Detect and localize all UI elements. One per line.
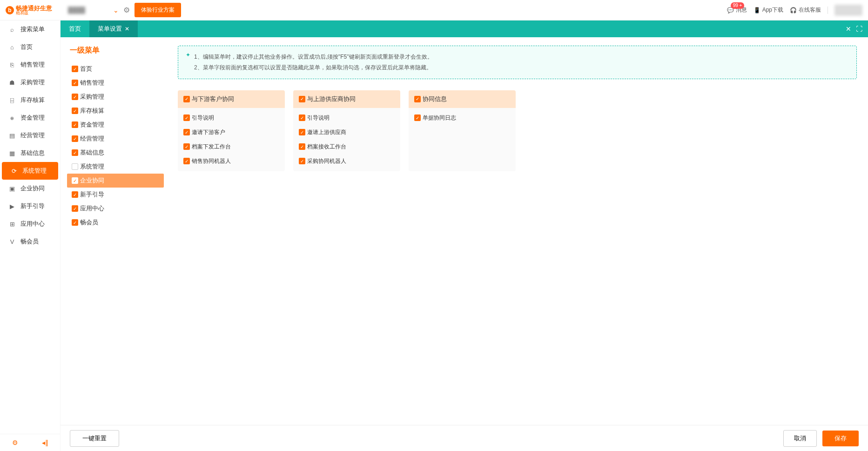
checkbox[interactable]: ✓ [299,114,305,121]
checkbox[interactable]: ✓ [72,121,78,128]
level1-item[interactable]: ✓资金管理 [70,118,167,132]
sidebar-item-coop[interactable]: ▣企业协同 [0,180,60,197]
menu-group-item[interactable]: ✓档案接收工作台 [293,140,400,154]
menu-group-item[interactable]: ✓引导说明 [178,111,285,125]
purchase-icon: ☗ [8,79,16,86]
menu-group-item[interactable]: ✓销售协同机器人 [178,154,285,168]
level1-item[interactable]: ✓库存核算 [70,104,167,118]
level1-item-label: 采购管理 [80,93,104,101]
sale-icon: ⎘ [8,61,16,68]
sidebar-item-biz[interactable]: ▤经营管理 [0,127,60,144]
sidebar-item-label: 搜索菜单 [20,25,45,34]
cancel-button[interactable]: 取消 [783,430,817,447]
checkbox[interactable]: ✓ [183,143,190,150]
sidebar-item-guide[interactable]: ▶新手引导 [0,197,60,215]
app-download-link[interactable]: 📱 App下载 [754,6,783,14]
checkbox[interactable]: ✓ [72,80,78,86]
tab-1[interactable]: 菜单设置✕ [89,20,138,37]
tab-0[interactable]: 首页 [61,20,89,37]
tabbar-close-icon[interactable]: ✕ [846,25,851,33]
sidebar-item-fund[interactable]: ⎈资金管理 [0,109,60,127]
sidebar-item-label: 畅会员 [20,237,39,246]
level1-item-label: 销售管理 [80,79,104,87]
sidebar-item-info[interactable]: ▦基础信息 [0,144,60,162]
sidebar-item-label: 库存核算 [20,96,45,104]
tabbar-fullscreen-icon[interactable]: ⛶ [856,25,862,33]
tab-close-icon[interactable]: ✕ [125,26,129,32]
menu-group-item[interactable]: ✓邀请下游客户 [178,125,285,140]
sidebar-item-search[interactable]: ⌕搜索菜单 [0,20,60,38]
menu-group-item[interactable]: ✓单据协同日志 [409,111,516,125]
level1-item[interactable]: ✓企业协同 [67,174,164,188]
tenant-selector[interactable]: ████ [68,7,85,13]
tab-label: 菜单设置 [98,25,122,33]
checkbox[interactable]: ✓ [183,114,190,121]
menu-group: ✓与下游客户协同✓引导说明✓邀请下游客户✓档案下发工作台✓销售协同机器人 [178,90,285,171]
checkbox[interactable]: ✓ [414,114,421,121]
info-box: ✦ 1、编辑菜单时，建议停止其他业务操作。设置成功后,须按"F5"键刷新页面或重… [178,46,857,79]
checkbox[interactable]: ✓ [183,129,190,135]
industry-plan-button[interactable]: 体验行业方案 [135,3,181,17]
sidebar-settings-icon[interactable]: ⚙ [12,439,18,446]
sidebar-item-label: 企业协同 [20,184,45,193]
search-icon: ⌕ [8,26,16,33]
logo[interactable]: b 畅捷通好生意 精易版 [6,5,61,15]
menu-group-header[interactable]: ✓与上游供应商协同 [293,90,400,108]
checkbox[interactable]: ✓ [414,96,421,102]
checkbox[interactable]: ✓ [72,149,78,156]
tenant-chevron-icon[interactable]: ⌄ [113,7,119,14]
sidebar-item-label: 资金管理 [20,114,45,122]
menu-group-item[interactable]: ✓采购协同机器人 [293,154,400,168]
checkbox[interactable]: ✓ [72,66,78,72]
sidebar-collapse-icon[interactable]: ◂‖ [42,439,48,446]
level1-item[interactable]: ✓销售管理 [70,76,167,90]
checkbox[interactable]: ✓ [72,177,78,184]
checkbox[interactable]: ✓ [183,96,190,102]
sidebar-item-sale[interactable]: ⎘销售管理 [0,56,60,74]
sidebar-item-purchase[interactable]: ☗采购管理 [0,74,60,91]
level1-item[interactable]: ✓采购管理 [70,90,167,104]
footer-bar: 一键重置 取消 保存 [61,425,868,451]
tabbar: 首页菜单设置✕ ✕ ⛶ [61,20,868,37]
save-button[interactable]: 保存 [822,431,859,446]
level1-item[interactable]: ✓经营管理 [70,132,167,146]
menu-group-header[interactable]: ✓与下游客户协同 [178,90,285,108]
sidebar-item-stock[interactable]: ⌸库存核算 [0,91,60,109]
settings-gear-icon[interactable]: ⚙ [123,6,130,14]
messages-link[interactable]: 💬 99 + 消息 [727,6,747,14]
checkbox[interactable]: ✓ [299,96,305,102]
level1-item[interactable]: ✓首页 [70,62,167,76]
online-service-link[interactable]: 🎧 在线客服 [790,6,821,14]
level1-item[interactable]: ✓畅会员 [70,215,167,229]
menu-group-item[interactable]: ✓邀请上游供应商 [293,125,400,140]
checkbox[interactable]: ✓ [299,129,305,135]
level1-item[interactable]: ✓基础信息 [70,146,167,160]
reset-button[interactable]: 一键重置 [70,430,119,447]
menu-group-item[interactable]: ✓引导说明 [293,111,400,125]
sidebar-bottom: ⚙ ◂‖ [0,434,60,451]
user-avatar[interactable] [834,5,862,16]
level1-item[interactable]: 系统管理 [70,160,167,174]
checkbox[interactable]: ✓ [72,135,78,142]
checkbox[interactable]: ✓ [299,143,305,150]
sidebar-item-vip[interactable]: V畅会员 [0,233,60,250]
sidebar-item-sys[interactable]: ⟳系统管理 [2,162,58,180]
sidebar-item-apps[interactable]: ⊞应用中心 [0,215,60,233]
checkbox[interactable]: ✓ [72,94,78,100]
menu-group-header[interactable]: ✓协同信息 [409,90,516,108]
checkbox[interactable]: ✓ [72,108,78,114]
level1-item[interactable]: ✓新手引导 [70,188,167,202]
checkbox[interactable]: ✓ [72,205,78,212]
sidebar-item-home[interactable]: ⌂首页 [0,38,60,56]
checkbox[interactable]: ✓ [299,158,305,164]
menu-group-item[interactable]: ✓档案下发工作台 [178,140,285,154]
checkbox[interactable]: ✓ [183,158,190,164]
checkbox[interactable] [72,163,78,170]
app-download-label: App下载 [762,6,783,14]
level1-item-label: 畅会员 [80,218,98,227]
checkbox[interactable]: ✓ [72,219,78,226]
level1-item[interactable]: ✓应用中心 [70,202,167,215]
info-icon: ▦ [8,150,16,157]
checkbox[interactable]: ✓ [72,191,78,198]
sidebar-item-label: 销售管理 [20,61,45,69]
